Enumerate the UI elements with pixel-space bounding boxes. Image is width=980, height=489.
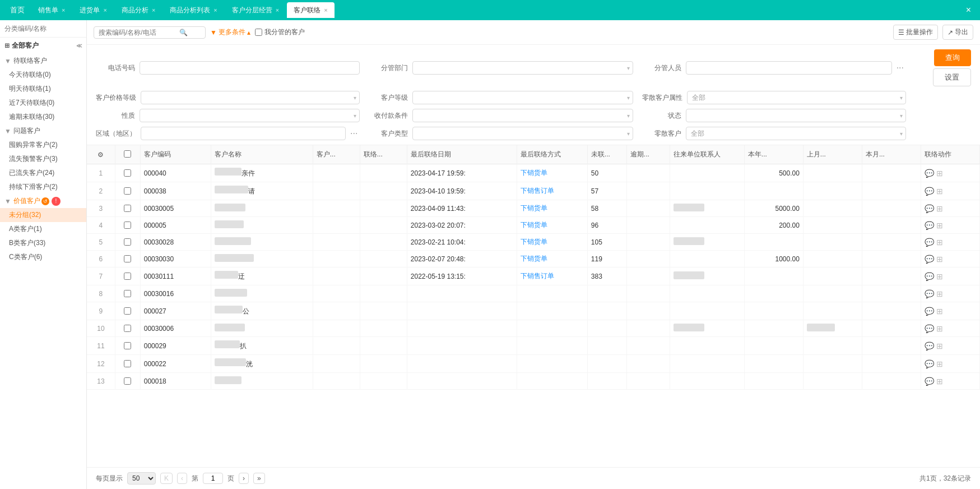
more-action-icon[interactable]: ⊞ (936, 272, 943, 281)
th-year[interactable]: 本年... (744, 145, 803, 164)
more-action-icon[interactable]: ⊞ (936, 187, 943, 196)
sidebar-search-input[interactable] (4, 25, 87, 33)
th-code[interactable]: 客户编码 (140, 145, 211, 164)
last-way-link[interactable]: 下销货单 (521, 204, 547, 212)
close-purchase-tab[interactable]: × (103, 7, 106, 13)
last-way-link[interactable]: 下销售订单 (521, 272, 554, 280)
chat-icon[interactable]: 💬 (925, 307, 934, 316)
value-group-toggle[interactable]: ▼ 价值客户 ↺ ! (0, 194, 86, 208)
th-name[interactable]: 客户名称 (211, 145, 313, 164)
my-customers-checkbox[interactable]: 我分管的客户 (255, 27, 305, 37)
customer-level-select[interactable] (412, 91, 633, 104)
row-checkbox[interactable] (124, 187, 131, 195)
chat-icon[interactable]: 💬 (925, 187, 934, 196)
sidebar-item-churn-warning[interactable]: 流失预警客户(3) (0, 152, 86, 166)
sidebar-item-b-class[interactable]: B类客户(33) (0, 236, 86, 250)
close-customer-contact-tab[interactable]: × (324, 7, 327, 13)
th-gear[interactable]: ⚙ (87, 145, 115, 164)
more-action-icon[interactable]: ⊞ (936, 324, 943, 333)
th-this-month[interactable]: 本月... (862, 145, 921, 164)
search-input[interactable] (99, 29, 177, 36)
export-button[interactable]: ↗ 导出 (942, 25, 973, 40)
more-action-icon[interactable]: ⊞ (936, 255, 943, 264)
price-level-select[interactable] (141, 91, 360, 104)
chat-icon[interactable]: 💬 (925, 289, 934, 298)
th-check[interactable] (115, 145, 140, 164)
th-contact[interactable]: 联络... (360, 145, 407, 164)
sparse-customer-select[interactable]: 全部 (686, 127, 906, 140)
select-all-checkbox[interactable] (124, 150, 131, 158)
all-customers-header[interactable]: ⊞ 全部客户 ≪ (0, 38, 86, 54)
sparse-attr-select[interactable]: 全部 (687, 91, 906, 104)
tab-customer-contact[interactable]: 客户联络 × (287, 2, 334, 18)
region-dots[interactable]: ··· (348, 128, 360, 139)
th-action[interactable]: 联络动作 (921, 145, 979, 164)
sidebar-item-declining[interactable]: 持续下滑客户(2) (0, 180, 86, 194)
my-customers-check[interactable] (255, 29, 262, 36)
th-overdue[interactable]: 逾期... (626, 145, 670, 164)
chat-icon[interactable]: 💬 (925, 221, 934, 230)
prev-page-btn[interactable]: ‹ (177, 473, 187, 484)
close-customer-tier-tab[interactable]: × (276, 7, 279, 13)
cell-check[interactable] (115, 285, 140, 302)
page-size-select[interactable]: 50 100 200 (127, 472, 156, 485)
chat-icon[interactable]: 💬 (925, 342, 934, 350)
more-action-icon[interactable]: ⊞ (936, 289, 943, 298)
batch-op-button[interactable]: ☰ 批量操作 (893, 25, 938, 40)
sidebar-item-churned[interactable]: 已流失客户(24) (0, 166, 86, 180)
row-checkbox[interactable] (124, 342, 131, 349)
close-sales-tab[interactable]: × (62, 7, 65, 13)
th-last-way[interactable]: 最后联络方式 (517, 145, 587, 164)
more-action-icon[interactable]: ⊞ (936, 377, 943, 386)
customer-type-select[interactable] (412, 127, 633, 140)
cell-check[interactable] (115, 355, 140, 373)
row-checkbox[interactable] (124, 377, 131, 385)
refresh-icon[interactable]: ↺ (41, 197, 49, 205)
sidebar-item-abnormal[interactable]: 囤购异常客户(2) (0, 138, 86, 152)
sidebar-item-ungroup[interactable]: 未分组(32) (0, 208, 86, 222)
th-partner[interactable]: 往来单位联系人 (670, 145, 744, 164)
chat-icon[interactable]: 💬 (925, 359, 934, 368)
more-action-icon[interactable]: ⊞ (936, 238, 943, 247)
row-checkbox[interactable] (124, 273, 131, 280)
tab-product-analysis[interactable]: 商品分析 × (115, 2, 162, 18)
more-action-icon[interactable]: ⊞ (936, 204, 943, 213)
sidebar-item-tomorrow[interactable]: 明天待联络(1) (0, 82, 86, 96)
sidebar-item-a-class[interactable]: A类客户(1) (0, 222, 86, 236)
gear-icon[interactable]: ⚙ (97, 151, 104, 159)
sidebar-item-overdue[interactable]: 逾期未联络(30) (0, 110, 86, 124)
close-product-list-tab[interactable]: × (213, 7, 217, 13)
query-button[interactable]: 查询 (934, 49, 971, 66)
cell-check[interactable] (115, 234, 140, 251)
chat-icon[interactable]: 💬 (925, 272, 934, 281)
chat-icon[interactable]: 💬 (925, 238, 934, 247)
last-way-link[interactable]: 下销货单 (521, 169, 547, 177)
chat-icon[interactable]: 💬 (925, 255, 934, 264)
cell-check[interactable] (115, 164, 140, 182)
close-product-tab[interactable]: × (152, 7, 155, 13)
nature-select[interactable] (140, 109, 360, 122)
cell-check[interactable] (115, 251, 140, 267)
pending-group-toggle[interactable]: ▼ 待联络客户 (0, 54, 86, 68)
dept-select[interactable] (412, 61, 633, 75)
chat-icon[interactable]: 💬 (925, 377, 934, 386)
last-way-link[interactable]: 下销货单 (521, 255, 547, 262)
row-checkbox[interactable] (124, 360, 131, 367)
row-checkbox[interactable] (124, 205, 131, 212)
th-type[interactable]: 客户... (313, 145, 360, 164)
next-page-btn[interactable]: › (239, 473, 249, 484)
row-checkbox[interactable] (124, 307, 131, 315)
last-page-btn[interactable]: » (253, 473, 265, 484)
phone-input[interactable] (140, 61, 360, 75)
th-uncontact[interactable]: 未联... (587, 145, 626, 164)
person-input[interactable] (686, 61, 892, 75)
th-last-month[interactable]: 上月... (803, 145, 862, 164)
home-tab[interactable]: 首页 (4, 5, 30, 15)
chat-icon[interactable]: 💬 (925, 324, 934, 333)
more-action-icon[interactable]: ⊞ (936, 307, 943, 316)
status-select[interactable] (686, 109, 906, 122)
sidebar-item-week[interactable]: 近7天待联络(0) (0, 96, 86, 110)
chat-icon[interactable]: 💬 (925, 204, 934, 213)
row-checkbox[interactable] (124, 290, 131, 297)
tab-sales[interactable]: 销售单 × (31, 2, 72, 18)
